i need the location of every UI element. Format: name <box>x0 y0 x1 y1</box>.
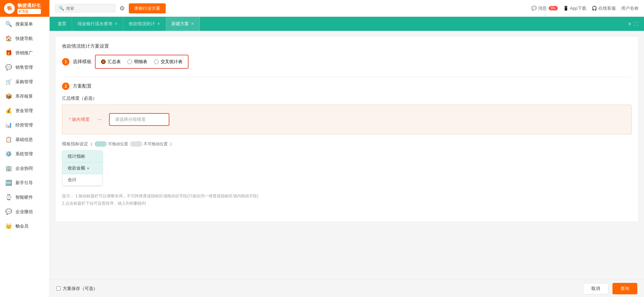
sidebar-label-system: 系统管理 <box>15 151 33 157</box>
sidebar-item-basic-info[interactable]: 📋 基础信息 <box>0 132 49 147</box>
dimension-select-box[interactable]: 请选择分组维度 <box>109 113 169 126</box>
app-download-label: App下载 <box>570 5 586 11</box>
search-input[interactable] <box>66 6 106 11</box>
window-maximize-icon[interactable]: ⛶ <box>634 21 639 27</box>
metrics-cell-amount[interactable]: 收款金额 ▾ <box>62 162 103 174</box>
gift-icon: 🎁 <box>5 50 12 56</box>
content-card: 收款情况统计方案设置 1 选择模板 汇总表 明细表 <box>55 36 639 222</box>
save-checkbox[interactable] <box>56 286 61 291</box>
service-icon: 🎧 <box>592 6 597 11</box>
radio-detail-label: 明细表 <box>134 59 147 65</box>
sidebar-item-search-menu[interactable]: 🔍 搜索菜单 <box>0 17 49 31</box>
step2-section: 2 方案配置 汇总维度（必选） * 纵向维度 → 请选择分组维度 模板指标设定（… <box>62 83 632 207</box>
metrics-table: 统计指标 收款金额 ▾ 合计 <box>62 150 103 186</box>
sidebar-label-sales: 销售管理 <box>15 64 33 70</box>
page-title: 收款情况统计方案设置 <box>62 43 632 49</box>
radio-summary[interactable]: 汇总表 <box>101 59 121 65</box>
tab-receipt-stat-label: 收款情况统计 <box>129 21 155 27</box>
new-icon: 🆕 <box>5 180 12 186</box>
tab-home[interactable]: 首页 <box>52 17 72 31</box>
template-select-area: 汇总表 明细表 交叉统计表 <box>95 55 189 69</box>
settings-icon[interactable]: ⚙ <box>119 5 125 12</box>
sidebar: 畅 畅捷通好生 标准版 🔍 搜索菜单 🏠 快捷导航 🎁 营销推广 💬 销售管理 … <box>0 0 50 297</box>
sidebar-label-coop: 企业协同 <box>15 165 33 171</box>
money-icon: 💰 <box>5 107 12 114</box>
cart-icon: 🛒 <box>5 79 12 85</box>
tab-bank-flow-close[interactable]: ✕ <box>114 21 118 26</box>
tab-home-label: 首页 <box>58 21 66 27</box>
sidebar-label-guide: 新手引导 <box>15 180 33 186</box>
cancel-button[interactable]: 取消 <box>583 283 608 294</box>
list-icon: 📋 <box>5 136 12 143</box>
user-info[interactable]: 用户名称 <box>621 5 639 11</box>
toggle-fixed <box>130 141 142 147</box>
metrics-legend-row: 模板指标设定（ 可拖动位置 不可拖动位置 ） <box>62 141 632 147</box>
window-close-icon[interactable]: ✕ <box>628 21 632 27</box>
home-icon: 🏠 <box>5 35 12 42</box>
header-search-box[interactable]: 🔍 <box>55 4 115 12</box>
divider-1 <box>62 77 632 77</box>
search-icon: 🔍 <box>5 21 12 27</box>
sidebar-item-inventory[interactable]: 📦 库存核算 <box>0 89 49 103</box>
logo-icon: 畅 <box>4 3 15 14</box>
sidebar-item-operations[interactable]: 📊 经营管理 <box>0 118 49 132</box>
sidebar-label-purchase: 采购管理 <box>15 79 33 85</box>
tab-receipt-stat[interactable]: 收款情况统计 ✕ <box>123 17 166 31</box>
sidebar-item-purchase[interactable]: 🛒 采购管理 <box>0 75 49 89</box>
query-button[interactable]: 查询 <box>612 283 637 294</box>
sidebar-item-quick-nav[interactable]: 🏠 快捷导航 <box>0 31 49 46</box>
sidebar-item-wechat[interactable]: 💬 企业微信 <box>0 204 49 219</box>
app-download-action[interactable]: 📱 App下载 <box>563 5 586 11</box>
radio-crosstab[interactable]: 交叉统计表 <box>154 59 182 65</box>
sidebar-item-smart-hw[interactable]: ⌚ 智能硬件 <box>0 190 49 204</box>
metrics-label: 模板指标设定（ <box>62 141 93 147</box>
trial-button[interactable]: 体验行业方案 <box>129 3 166 13</box>
footer-bar: 方案保存（可选） 取消 查询 <box>50 280 644 297</box>
sidebar-label-basic: 基础信息 <box>15 137 33 143</box>
logo-text: 畅捷通好生 <box>17 3 41 9</box>
sidebar-label-capital: 资金管理 <box>15 108 33 114</box>
sidebar-item-system[interactable]: ⚙️ 系统管理 <box>0 147 49 161</box>
sidebar-item-member[interactable]: 👑 畅会员 <box>0 219 49 233</box>
chat-icon: 💬 <box>5 64 12 70</box>
sidebar-item-guide[interactable]: 🆕 新手引导 <box>0 176 49 190</box>
sidebar-label-nav: 快捷导航 <box>15 36 33 42</box>
toggle-draggable <box>95 141 107 147</box>
step1-title: 选择模板 <box>73 59 92 65</box>
footer-buttons: 取消 查询 <box>583 283 637 294</box>
chevron-down-icon[interactable]: ▾ <box>87 166 89 170</box>
legend-draggable-label: 可拖动位置 <box>108 141 128 147</box>
watch-icon: ⌚ <box>5 194 12 200</box>
radio-detail-input[interactable] <box>127 59 132 64</box>
sidebar-item-capital[interactable]: 💰 资金管理 <box>0 103 49 118</box>
message-label: 消息 <box>538 5 547 11</box>
window-buttons: ✕ ⛶ <box>628 21 641 27</box>
arrow-icon: → <box>96 116 102 123</box>
template-radio-group: 汇总表 明细表 交叉统计表 <box>101 59 182 65</box>
tab-new-plan-close[interactable]: ✕ <box>191 21 194 26</box>
sidebar-label-operations: 经营管理 <box>15 122 33 128</box>
step1-header: 1 选择模板 汇总表 明细表 交叉统计 <box>62 55 632 69</box>
dimension-area: * 纵向维度 → 请选择分组维度 <box>62 105 632 134</box>
metrics-amount-label: 收款金额 <box>68 165 85 171</box>
metrics-row-amount: 收款金额 ▾ <box>62 162 103 174</box>
save-checkbox-label: 方案保存（可选） <box>63 286 98 292</box>
tab-new-plan[interactable]: 新建方案 ✕ <box>166 17 200 31</box>
online-service-label: 在线客服 <box>598 5 616 11</box>
online-service-action[interactable]: 🎧 在线客服 <box>592 5 616 11</box>
sidebar-item-sales[interactable]: 💬 销售管理 <box>0 60 49 75</box>
tab-new-plan-label: 新建方案 <box>171 21 189 27</box>
sidebar-item-enterprise-coop[interactable]: 🏢 企业协同 <box>0 161 49 176</box>
sidebar-item-marketing[interactable]: 🎁 营销推广 <box>0 46 49 60</box>
radio-detail[interactable]: 明细表 <box>127 59 147 65</box>
tab-receipt-stat-close[interactable]: ✕ <box>157 21 160 26</box>
message-action[interactable]: 💬 消息 99+ <box>531 5 558 11</box>
tab-bank-flow[interactable]: 现金银行流水查询 ✕ <box>72 17 123 31</box>
step1-badge: 1 <box>62 58 69 65</box>
chart-icon: 📊 <box>5 122 12 128</box>
radio-summary-input[interactable] <box>101 59 106 64</box>
radio-crosstab-input[interactable] <box>154 59 159 64</box>
logo-badge: 标准版 <box>17 9 41 14</box>
message-badge: 99+ <box>549 6 558 10</box>
legend-fixed-label: 不可拖动位置 <box>144 141 168 147</box>
